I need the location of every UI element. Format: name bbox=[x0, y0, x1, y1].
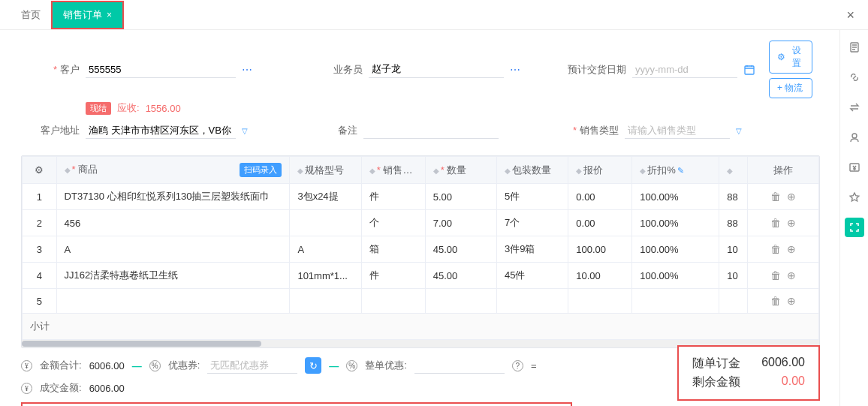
copy-icon[interactable]: ⊕ bbox=[787, 269, 796, 281]
cell-unit[interactable]: 箱 bbox=[361, 236, 425, 263]
cell-extra[interactable]: 10 bbox=[719, 263, 747, 289]
copy-icon[interactable]: ⊕ bbox=[787, 243, 796, 255]
col-spec[interactable]: ◆规格型号 bbox=[290, 157, 361, 184]
cell-pack[interactable] bbox=[496, 289, 568, 314]
cell-discount[interactable]: 100.00% bbox=[632, 263, 719, 289]
more-icon[interactable]: ⋯ bbox=[242, 64, 253, 76]
link-icon[interactable] bbox=[845, 68, 864, 87]
coupon-input[interactable] bbox=[207, 357, 297, 374]
whole-discount-label: 整单优惠: bbox=[365, 359, 407, 372]
cell-pack[interactable]: 7个 bbox=[496, 210, 568, 236]
chevron-down-icon[interactable]: ▽ bbox=[736, 127, 742, 135]
remark-input[interactable] bbox=[363, 122, 499, 139]
calendar-icon[interactable] bbox=[743, 63, 755, 76]
user-icon[interactable] bbox=[845, 128, 864, 147]
col-quote[interactable]: ◆报价 bbox=[568, 157, 632, 184]
cell-product[interactable] bbox=[56, 289, 290, 314]
cell-extra[interactable] bbox=[719, 289, 747, 314]
copy-icon[interactable]: ⊕ bbox=[787, 191, 796, 203]
table-row[interactable]: 2456个7.007个0.00100.00%88🗑⊕ bbox=[23, 210, 819, 236]
cell-quote[interactable]: 10.00 bbox=[568, 263, 632, 289]
cell-discount[interactable]: 100.00% bbox=[632, 210, 719, 236]
table-row[interactable]: 4JJ162洁柔特惠卷纸卫生纸101mm*1...件45.0045件10.001… bbox=[23, 263, 819, 289]
logistics-button[interactable]: + 物流 bbox=[769, 78, 812, 98]
chevron-down-icon[interactable]: ▽ bbox=[242, 127, 248, 135]
cell-extra[interactable]: 88 bbox=[719, 210, 747, 236]
cell-spec[interactable] bbox=[290, 210, 361, 236]
delete-icon[interactable]: 🗑 bbox=[770, 295, 781, 307]
col-qty[interactable]: ◆* 数量 bbox=[425, 157, 496, 184]
currency-icon[interactable] bbox=[845, 158, 864, 177]
swap-icon[interactable] bbox=[845, 98, 864, 117]
cell-discount[interactable]: 100.00% bbox=[632, 184, 719, 210]
tab-home[interactable]: 首页 bbox=[11, 8, 51, 22]
cell-qty[interactable] bbox=[425, 289, 496, 314]
cell-unit[interactable] bbox=[361, 289, 425, 314]
cell-quote[interactable]: 0.00 bbox=[568, 210, 632, 236]
delete-icon[interactable]: 🗑 bbox=[770, 269, 781, 281]
copy-icon[interactable]: ⊕ bbox=[787, 217, 796, 229]
cell-product[interactable]: DT37130 心相印红悦系列130抽三层塑装纸面巾 bbox=[56, 184, 290, 210]
cell-discount[interactable]: 100.00% bbox=[632, 236, 719, 263]
scan-entry-button[interactable]: 扫码录入 bbox=[240, 163, 282, 177]
cell-product[interactable]: JJ162洁柔特惠卷纸卫生纸 bbox=[56, 263, 290, 289]
customer-input[interactable] bbox=[86, 62, 236, 78]
col-pack[interactable]: ◆包装数量 bbox=[496, 157, 568, 184]
close-page-icon[interactable]: × bbox=[846, 8, 854, 23]
cell-quote[interactable] bbox=[568, 289, 632, 314]
help-icon[interactable]: ? bbox=[512, 360, 523, 371]
cell-qty[interactable]: 45.00 bbox=[425, 263, 496, 289]
cell-quote[interactable]: 100.00 bbox=[568, 236, 632, 263]
cell-product[interactable]: A bbox=[56, 236, 290, 263]
customer-label: 客户 bbox=[21, 63, 80, 77]
cell-extra[interactable]: 10 bbox=[719, 236, 747, 263]
cell-product[interactable]: 456 bbox=[56, 210, 290, 236]
address-label: 客户地址 bbox=[21, 124, 80, 137]
cell-qty[interactable]: 5.00 bbox=[425, 184, 496, 210]
cell-spec[interactable]: A bbox=[290, 236, 361, 263]
settings-label: 设置 bbox=[788, 44, 804, 70]
salesman-label: 业务员 bbox=[304, 63, 363, 77]
cell-qty[interactable]: 7.00 bbox=[425, 210, 496, 236]
star-icon[interactable] bbox=[845, 188, 864, 207]
table-row[interactable]: 3AA箱45.003件9箱100.00100.00%10🗑⊕ bbox=[23, 236, 819, 263]
cell-unit[interactable]: 件 bbox=[361, 184, 425, 210]
cell-extra[interactable]: 88 bbox=[719, 184, 747, 210]
cell-discount[interactable] bbox=[632, 289, 719, 314]
col-discount[interactable]: ◆折扣%✎ bbox=[632, 157, 719, 184]
gear-header[interactable]: ⚙ bbox=[23, 157, 57, 184]
salesman-input[interactable] bbox=[369, 62, 504, 78]
cell-pack[interactable]: 5件 bbox=[496, 184, 568, 210]
settings-button[interactable]: ⚙ 设置 bbox=[769, 41, 812, 74]
delete-icon[interactable]: 🗑 bbox=[770, 191, 781, 203]
cell-pack[interactable]: 3件9箱 bbox=[496, 236, 568, 263]
cell-qty[interactable]: 45.00 bbox=[425, 236, 496, 263]
row-no: 5 bbox=[23, 289, 57, 314]
note-icon[interactable] bbox=[845, 38, 864, 57]
close-icon[interactable]: × bbox=[107, 10, 112, 20]
edit-icon[interactable]: ✎ bbox=[677, 166, 684, 175]
col-extra[interactable]: ◆ bbox=[719, 157, 747, 184]
cell-spec[interactable]: 101mm*1... bbox=[290, 263, 361, 289]
table-row[interactable]: 1DT37130 心相印红悦系列130抽三层塑装纸面巾3包x24提件5.005件… bbox=[23, 184, 819, 210]
saletype-input[interactable] bbox=[625, 122, 730, 139]
col-unit[interactable]: ◆* 销售单位 bbox=[361, 157, 425, 184]
expand-icon[interactable] bbox=[845, 218, 864, 237]
delivery-date-input[interactable] bbox=[632, 62, 737, 78]
delete-icon[interactable]: 🗑 bbox=[770, 243, 781, 255]
col-product[interactable]: ◆* 商品扫码录入 bbox=[56, 157, 290, 184]
cell-unit[interactable]: 个 bbox=[361, 210, 425, 236]
more-icon[interactable]: ⋯ bbox=[510, 64, 521, 76]
address-input[interactable] bbox=[86, 122, 236, 139]
cell-spec[interactable]: 3包x24提 bbox=[290, 184, 361, 210]
cell-pack[interactable]: 45件 bbox=[496, 263, 568, 289]
cell-quote[interactable]: 0.00 bbox=[568, 184, 632, 210]
refresh-icon[interactable]: ↻ bbox=[305, 357, 321, 374]
whole-discount-input[interactable] bbox=[414, 357, 505, 374]
copy-icon[interactable]: ⊕ bbox=[787, 295, 796, 307]
table-row[interactable]: 5🗑⊕ bbox=[23, 289, 819, 314]
cell-unit[interactable]: 件 bbox=[361, 263, 425, 289]
tab-sales-order[interactable]: 销售订单 × bbox=[51, 1, 124, 29]
cell-spec[interactable] bbox=[290, 289, 361, 314]
delete-icon[interactable]: 🗑 bbox=[770, 217, 781, 229]
